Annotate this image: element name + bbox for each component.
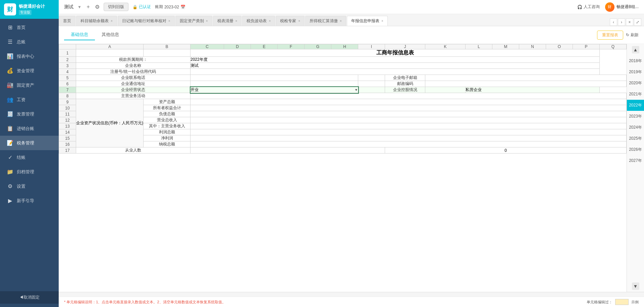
switch-version-button[interactable]: 切到旧版: [104, 3, 128, 11]
col-header-i[interactable]: I: [358, 44, 385, 49]
cell-8-value[interactable]: [191, 93, 627, 99]
cell-4-value[interactable]: [191, 69, 600, 75]
year-item-2020年[interactable]: 2020年: [627, 78, 644, 89]
cell-2-value[interactable]: 2022年度: [191, 57, 600, 63]
cell-7-empty[interactable]: [425, 87, 466, 93]
tab-other-info[interactable]: 其他信息: [95, 30, 126, 40]
horizontal-scrollbar[interactable]: [59, 292, 644, 297]
year-item-2026年[interactable]: 2026年: [627, 144, 644, 155]
sidebar-item-归档管理[interactable]: 📁归档管理: [0, 165, 59, 179]
tab-close-icon[interactable]: ×: [168, 19, 170, 23]
tab-basic-info[interactable]: 基础信息: [64, 30, 95, 40]
tab-日记账与银行对账单核对[interactable]: 日记账与银行对账单核对×: [118, 16, 175, 26]
year-item-2021年[interactable]: 2021年: [627, 89, 644, 100]
cell-6-empty[interactable]: [191, 81, 358, 87]
sidebar-item-新手引导[interactable]: ▶新手引导: [0, 193, 59, 208]
tab-close-icon[interactable]: ×: [381, 19, 383, 23]
year-item-2023年[interactable]: 2023年: [627, 111, 644, 122]
sidebar-item-报表中心[interactable]: 📊报表中心: [0, 49, 59, 63]
tab-首页[interactable]: 首页: [59, 16, 75, 26]
year-scroll-down-button[interactable]: ▼: [632, 282, 639, 290]
col-header-b[interactable]: B: [144, 44, 191, 49]
year-item-2019年[interactable]: 2019年: [627, 67, 644, 78]
cell-7-dropdown[interactable]: 开业 ▼: [191, 87, 358, 93]
tab-税表清册[interactable]: 税表清册×: [213, 16, 242, 26]
tab-close-icon[interactable]: ×: [269, 19, 271, 23]
cell-13-value[interactable]: [191, 123, 627, 129]
col-header-g[interactable]: G: [305, 44, 331, 49]
tab-所得税汇算清缴[interactable]: 所得税汇算清缴×: [305, 16, 346, 26]
sidebar-item-首页[interactable]: ⊞首页: [0, 20, 59, 35]
cell-3-value[interactable]: 测试: [191, 63, 600, 69]
cell-16-value[interactable]: [191, 141, 627, 147]
sidebar-item-总账[interactable]: ☰总账: [0, 35, 59, 49]
col-header-e[interactable]: E: [251, 44, 278, 49]
tab-年报信息申报表[interactable]: 年报信息申报表×: [347, 16, 388, 26]
col-header-j[interactable]: J: [385, 44, 425, 49]
cell-5-value2[interactable]: [425, 75, 627, 81]
sidebar-label-总账: 总账: [17, 39, 25, 45]
cell-15-value[interactable]: [191, 135, 627, 141]
cancel-fixed-button[interactable]: ◀取消固定: [0, 291, 59, 304]
tab-close-icon[interactable]: ×: [206, 19, 208, 23]
sidebar-item-发票管理[interactable]: 🧾发票管理: [0, 107, 59, 121]
year-item-2027年[interactable]: 2027年: [627, 155, 644, 166]
tab-prev-button[interactable]: ‹: [610, 18, 617, 26]
cell-14-value[interactable]: [191, 129, 627, 135]
tab-close-icon[interactable]: ×: [298, 19, 300, 23]
sidebar-item-工资[interactable]: 👥工资: [0, 92, 59, 107]
col-header-f[interactable]: F: [278, 44, 305, 49]
cell-10-value[interactable]: [191, 105, 627, 111]
cell-5-empty[interactable]: [191, 75, 358, 81]
col-header-p[interactable]: P: [573, 44, 600, 49]
topbar-settings-button[interactable]: ⚙: [95, 4, 100, 10]
tab-固定资产类别[interactable]: 固定资产类别×: [175, 16, 212, 26]
tab-next-button[interactable]: ›: [618, 18, 625, 26]
col-header-l[interactable]: L: [466, 44, 492, 49]
cell-12-value[interactable]: [191, 117, 627, 123]
tab-科目辅助余额表[interactable]: 科目辅助余额表×: [76, 16, 117, 26]
spreadsheet[interactable]: A B C D E F G H I J: [59, 44, 627, 292]
help-button[interactable]: 🎧 人工咨询: [577, 4, 600, 10]
cell-17-empty[interactable]: [191, 147, 385, 154]
cell-5-label2: 企业电子邮箱: [385, 75, 425, 81]
col-header-n[interactable]: N: [519, 44, 546, 49]
col-header-m[interactable]: M: [492, 44, 519, 49]
year-item-2025年[interactable]: 2025年: [627, 133, 644, 144]
tab-税负波动表[interactable]: 税负波动表×: [242, 16, 275, 26]
sidebar-item-结账[interactable]: ✓结账: [0, 150, 59, 165]
topbar-dropdown-arrow[interactable]: ▼: [77, 5, 82, 9]
cell-7-value2[interactable]: 私营企业: [466, 87, 600, 93]
col-header-h[interactable]: H: [331, 44, 358, 49]
year-item-2022年[interactable]: 2022年: [627, 100, 644, 111]
tab-close-icon[interactable]: ×: [340, 19, 342, 23]
tab-expand-button[interactable]: ⤢: [634, 18, 641, 26]
sidebar-item-税务管理[interactable]: 📝税务管理: [0, 136, 59, 150]
sidebar-item-设置[interactable]: ⚙设置: [0, 179, 59, 193]
tab-close-icon[interactable]: ×: [111, 19, 113, 23]
col-header-k[interactable]: K: [425, 44, 466, 49]
year-item-2018年[interactable]: 2018年: [627, 55, 644, 67]
calendar-icon[interactable]: 📅: [180, 5, 185, 9]
col-header-q[interactable]: Q: [600, 44, 627, 49]
sidebar-item-固定资产[interactable]: 🏭固定资产: [0, 78, 59, 92]
year-scroll-up-button[interactable]: ▲: [632, 46, 639, 53]
cell-17-value[interactable]: 0: [385, 147, 627, 154]
cell-11-value[interactable]: [191, 111, 627, 117]
refresh-button[interactable]: ↻ 刷新: [626, 32, 639, 38]
tab-税检专家[interactable]: 税检专家×: [276, 16, 305, 26]
col-header-a[interactable]: A: [76, 44, 144, 49]
sidebar-item-资金管理[interactable]: 💰资金管理: [0, 63, 59, 78]
user-menu[interactable]: 财 畅捷通B组...: [605, 2, 639, 12]
topbar-add-button[interactable]: ＋: [86, 3, 91, 10]
tab-close-icon[interactable]: ×: [235, 19, 237, 23]
col-header-o[interactable]: O: [546, 44, 573, 49]
col-header-d[interactable]: D: [224, 44, 251, 49]
reset-report-button[interactable]: 重置报表: [597, 31, 623, 40]
cell-9-value[interactable]: [191, 99, 627, 105]
cell-6-value2[interactable]: [425, 81, 627, 87]
year-item-2024年[interactable]: 2024年: [627, 122, 644, 133]
sidebar-item-进销台账[interactable]: 📋进销台账: [0, 121, 59, 136]
tab-close-all-button[interactable]: ×: [626, 18, 633, 26]
col-header-c[interactable]: C: [191, 44, 224, 49]
